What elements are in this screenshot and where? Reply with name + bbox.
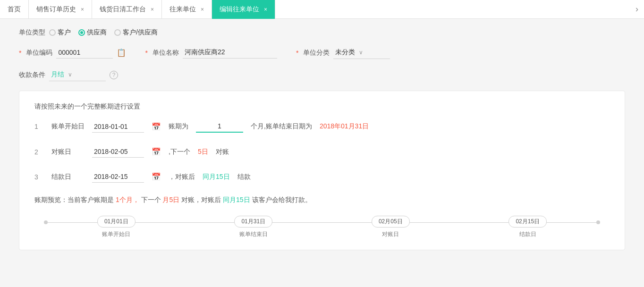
tabs-more-button[interactable]: › xyxy=(630,4,644,14)
row1-date-input[interactable] xyxy=(92,121,144,133)
tab-partner-units[interactable]: 往来单位 × xyxy=(162,0,212,19)
row3-date-input[interactable] xyxy=(92,171,144,183)
radio-customer[interactable]: 客户 xyxy=(49,28,71,37)
unit-code-label: 单位编码 xyxy=(26,49,52,57)
timeline: 01月01日 账单开始日 01月31日 账单结束日 02月05日 对账日 xyxy=(34,216,610,238)
preview-mid: 对账，对账后 xyxy=(181,196,223,203)
preview-prefix: 账期预览：当前客户账期是 xyxy=(34,196,114,203)
row3-highlight: 同月15日 xyxy=(203,173,230,181)
tab-partner-units-close[interactable]: × xyxy=(201,6,204,13)
timeline-node-4-label: 02月15日 xyxy=(508,216,547,228)
timeline-node-1: 01月01日 账单开始日 xyxy=(97,216,136,238)
row3-label: 结款日 xyxy=(51,173,85,181)
radio-supplier-circle xyxy=(78,29,85,36)
timeline-node-3-sub: 对账日 xyxy=(382,230,399,238)
row1-cal-icon[interactable]: 📅 xyxy=(152,122,161,131)
unit-code-input[interactable] xyxy=(56,47,113,59)
row1-desc-suffix: 个月,账单结束日期为 xyxy=(251,122,312,131)
tab-cash-workbench-close[interactable]: × xyxy=(151,6,154,13)
code-name-category-row: * 单位编码 📋 * 单位名称 * 单位分类 未分类 ∨ xyxy=(19,46,625,59)
tab-sales-history[interactable]: 销售订单历史 × xyxy=(29,0,92,19)
unit-category-required: * xyxy=(296,49,298,57)
payment-terms-group: 收款条件 月结 ∨ ? xyxy=(19,68,118,81)
timeline-node-3-label: 02月05日 xyxy=(372,216,410,228)
tab-edit-partner[interactable]: 编辑往来单位 × xyxy=(212,0,275,19)
tab-sales-history-close[interactable]: × xyxy=(81,6,84,13)
tab-sales-history-label: 销售订单历史 xyxy=(36,5,76,14)
unit-category-label: 单位分类 xyxy=(303,49,330,57)
timeline-node-1-sub: 账单开始日 xyxy=(102,230,130,238)
radio-both-label: 客户/供应商 xyxy=(123,28,158,37)
radio-supplier[interactable]: 供应商 xyxy=(78,28,107,37)
timeline-node-2: 01月31日 账单结束日 xyxy=(234,216,272,238)
radio-both[interactable]: 客户/供应商 xyxy=(114,28,158,37)
radio-supplier-label: 供应商 xyxy=(87,28,107,37)
unit-type-group: 单位类型 客户 供应商 客户/供应商 xyxy=(19,28,158,37)
unit-name-group: * 单位名称 xyxy=(145,47,277,59)
radio-customer-circle xyxy=(49,29,56,36)
panel-hint: 请按照未来的一个完整帐期进行设置 xyxy=(34,102,610,111)
timeline-node-4-sub: 结款日 xyxy=(519,230,536,238)
unit-category-group: * 单位分类 未分类 ∨ xyxy=(296,46,390,59)
unit-category-select[interactable]: 未分类 ∨ xyxy=(333,46,390,59)
tab-edit-partner-label: 编辑往来单位 xyxy=(220,5,259,14)
settings-panel: 请按照未来的一个完整帐期进行设置 1 账单开始日 📅 账期为 个月,账单结束日期… xyxy=(19,91,625,250)
timeline-end-dot xyxy=(596,220,600,224)
row3-desc-suffix: 结款 xyxy=(237,173,251,181)
row2-num: 2 xyxy=(34,148,44,156)
row1-num: 1 xyxy=(34,123,44,130)
row-reconciliation: 2 对账日 📅 ,下一个 5日 对账 xyxy=(34,146,610,158)
unit-name-label: 单位名称 xyxy=(153,49,179,57)
unit-type-label: 单位类型 xyxy=(19,28,45,37)
payment-terms-row: 收款条件 月结 ∨ ? xyxy=(19,68,625,81)
unit-type-radio-group: 客户 供应商 客户/供应商 xyxy=(49,28,158,37)
timeline-node-2-sub: 账单结束日 xyxy=(239,230,268,238)
row-payment: 3 结款日 📅 ，对账后 同月15日 结款 xyxy=(34,171,610,183)
payment-terms-label: 收款条件 xyxy=(19,71,45,79)
unit-code-group: * 单位编码 📋 xyxy=(19,47,126,59)
payment-terms-select[interactable]: 月结 ∨ xyxy=(49,68,106,81)
row2-cal-icon[interactable]: 📅 xyxy=(152,147,161,156)
row2-label: 对账日 xyxy=(51,148,85,156)
timeline-node-1-label: 01月01日 xyxy=(97,216,136,228)
row3-num: 3 xyxy=(34,173,44,181)
help-icon[interactable]: ? xyxy=(110,71,118,79)
timeline-node-2-label: 01月31日 xyxy=(234,216,272,228)
tab-partner-units-label: 往来单位 xyxy=(169,5,196,14)
tab-home-label: 首页 xyxy=(8,5,21,14)
timeline-node-4: 02月15日 结款日 xyxy=(508,216,547,238)
tabs-bar: 首页 销售订单历史 × 钱货日清工作台 × 往来单位 × 编辑往来单位 × › xyxy=(0,0,644,19)
row2-desc-prefix: ,下一个 xyxy=(169,148,190,156)
payment-terms-arrow: ∨ xyxy=(68,71,72,78)
main-content: 单位类型 客户 供应商 客户/供应商 * 单位编码 xyxy=(0,19,644,287)
preview-month: 1个月， xyxy=(116,196,139,203)
period-input[interactable] xyxy=(196,120,243,133)
row2-highlight: 5日 xyxy=(198,148,208,156)
payment-terms-value: 月结 xyxy=(51,70,64,79)
row1-highlight-date: 2018年01月31日 xyxy=(320,122,369,131)
unit-name-input[interactable] xyxy=(183,47,277,59)
row3-cal-icon[interactable]: 📅 xyxy=(152,172,161,181)
row-account-start: 1 账单开始日 📅 账期为 个月,账单结束日期为 2018年01月31日 xyxy=(34,120,610,133)
preview-day-prefix: 下一个 xyxy=(141,196,161,203)
unit-category-value: 未分类 xyxy=(335,48,355,57)
timeline-node-3: 02月05日 对账日 xyxy=(372,216,410,238)
row2-desc-suffix: 对账 xyxy=(216,148,229,156)
radio-customer-label: 客户 xyxy=(58,28,71,37)
preview-payment: 同月15日 xyxy=(223,196,250,203)
unit-category-arrow: ∨ xyxy=(359,49,363,56)
tab-cash-workbench[interactable]: 钱货日清工作台 × xyxy=(92,0,162,19)
unit-name-required: * xyxy=(145,49,147,57)
unit-code-required: * xyxy=(19,49,21,57)
tab-cash-workbench-label: 钱货日清工作台 xyxy=(100,5,146,14)
timeline-track: 01月01日 账单开始日 01月31日 账单结束日 02月05日 对账日 xyxy=(44,216,600,238)
tab-home[interactable]: 首页 xyxy=(0,0,29,19)
row1-label: 账单开始日 xyxy=(51,122,85,131)
timeline-start-dot xyxy=(44,220,48,224)
unit-code-icon[interactable]: 📋 xyxy=(117,48,126,57)
row2-date-input[interactable] xyxy=(92,146,144,158)
preview-suffix: 该客户会给我打款。 xyxy=(252,196,312,203)
preview-day: 月5日 xyxy=(162,196,179,203)
tab-edit-partner-close[interactable]: × xyxy=(264,6,267,13)
preview-text: 账期预览：当前客户账期是 1个月， 下一个 月5日 对账，对账后 同月15日 该… xyxy=(34,196,610,204)
